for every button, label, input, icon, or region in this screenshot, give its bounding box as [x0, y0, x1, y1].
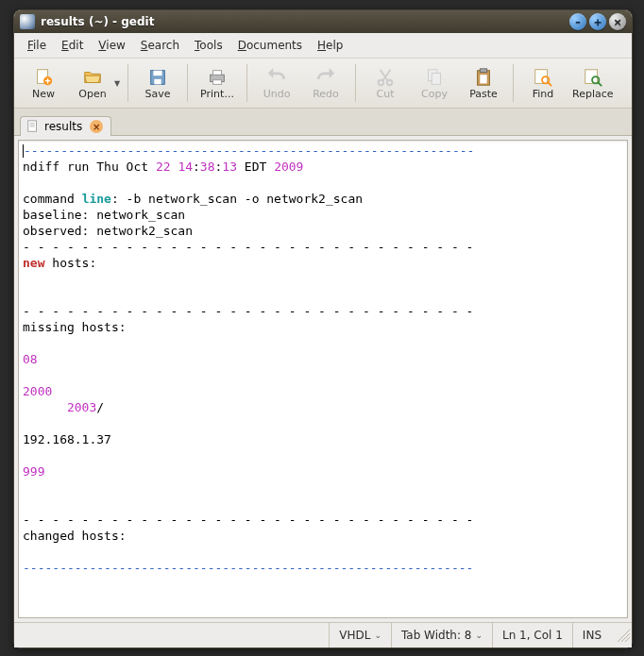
toolbar-separator	[355, 64, 356, 102]
tab-label: results	[44, 120, 82, 133]
toolbar: New Open ▼ Save Print... Undo Redo	[14, 59, 632, 109]
document-tab[interactable]: results ×	[20, 116, 111, 136]
text: changed hosts:	[23, 529, 127, 543]
cut-icon	[375, 67, 396, 88]
menubar: File Edit View Search Tools Documents He…	[14, 33, 632, 59]
window: results (~) - gedit – + × File Edit View…	[13, 9, 633, 648]
svg-rect-3	[153, 70, 161, 76]
replace-icon	[583, 67, 603, 88]
text: 22	[156, 160, 171, 174]
text: baseline: network_scan	[23, 208, 185, 222]
redo-icon	[315, 67, 336, 88]
menu-tools[interactable]: Tools	[187, 35, 230, 56]
paste-button[interactable]: Paste	[460, 60, 507, 106]
new-file-icon	[33, 67, 54, 88]
svg-rect-11	[432, 73, 440, 84]
minimize-button[interactable]: –	[569, 13, 586, 30]
text: 2003	[67, 400, 96, 414]
toolbar-separator	[246, 64, 247, 102]
insert-mode[interactable]: INS	[572, 623, 611, 648]
print-icon	[207, 67, 228, 88]
copy-button[interactable]: Copy	[411, 60, 458, 106]
text: EDT	[237, 160, 274, 174]
cut-button[interactable]: Cut	[362, 60, 409, 106]
svg-rect-7	[212, 79, 221, 84]
find-icon	[533, 67, 553, 88]
svg-rect-14	[480, 75, 486, 83]
text: /	[96, 400, 104, 414]
text: 2000	[23, 384, 52, 398]
text: line	[82, 192, 111, 206]
find-button[interactable]: Find	[519, 60, 567, 106]
menu-help[interactable]: Help	[310, 35, 350, 56]
redo-button[interactable]: Redo	[302, 60, 349, 106]
language-selector[interactable]: VHDL⌄	[329, 623, 391, 648]
text: 192.168.1.37	[23, 432, 111, 446]
cursor-position: Ln 1, Col 1	[492, 623, 572, 648]
text: hosts:	[44, 256, 96, 270]
replace-button[interactable]: Replace	[568, 60, 618, 106]
text: : -b network_scan -o network2_scan	[111, 192, 363, 206]
gedit-app-icon	[20, 14, 35, 29]
maximize-button[interactable]: +	[589, 13, 606, 30]
text: 999	[23, 464, 44, 479]
toolbar-separator	[187, 64, 188, 102]
menu-documents[interactable]: Documents	[230, 35, 310, 56]
chevron-down-icon: ⌄	[374, 631, 381, 640]
menu-edit[interactable]: Edit	[54, 35, 91, 56]
statusbar: VHDL⌄ Tab Width: 8⌄ Ln 1, Col 1 INS	[14, 622, 632, 648]
text: - - - - - - - - - - - - - - - - - - - - …	[23, 240, 473, 254]
new-button[interactable]: New	[20, 60, 67, 106]
text: ----------------------------------------…	[24, 143, 474, 158]
window-title: results (~) - gedit	[41, 15, 567, 28]
titlebar[interactable]: results (~) - gedit – + ×	[14, 10, 632, 33]
tabwidth-selector[interactable]: Tab Width: 8⌄	[391, 623, 492, 648]
undo-icon	[266, 67, 287, 88]
tab-close-button[interactable]: ×	[90, 120, 103, 133]
menu-search[interactable]: Search	[133, 35, 187, 56]
close-button[interactable]: ×	[609, 13, 626, 30]
open-dropdown[interactable]: ▼	[114, 79, 122, 88]
text: missing hosts:	[23, 320, 127, 334]
text: command	[23, 192, 82, 206]
text: 2009	[274, 160, 303, 174]
text: - - - - - - - - - - - - - - - - - - - - …	[23, 513, 473, 527]
open-folder-icon	[82, 67, 103, 88]
text: observed: network2_scan	[23, 224, 193, 238]
text: - - - - - - - - - - - - - - - - - - - - …	[23, 304, 473, 318]
text: 14	[178, 160, 193, 174]
svg-rect-13	[480, 68, 486, 72]
menu-view[interactable]: View	[91, 35, 132, 56]
text: 38	[200, 160, 215, 174]
open-button[interactable]: Open	[69, 60, 116, 106]
svg-rect-4	[154, 78, 161, 84]
menu-file[interactable]: File	[20, 35, 54, 56]
save-icon	[147, 67, 168, 88]
text-editor[interactable]: ----------------------------------------…	[18, 140, 628, 618]
copy-icon	[424, 67, 445, 88]
undo-button[interactable]: Undo	[253, 60, 300, 106]
text: 08	[23, 352, 38, 366]
chevron-down-icon: ⌄	[475, 631, 483, 640]
svg-rect-6	[212, 70, 221, 75]
text: ----------------------------------------…	[23, 561, 473, 575]
toolbar-separator	[127, 64, 128, 102]
text: 13	[222, 160, 237, 174]
tabbar: results ×	[14, 109, 632, 136]
print-button[interactable]: Print...	[194, 60, 241, 106]
text: new	[23, 256, 44, 270]
document-icon	[26, 120, 40, 133]
paste-icon	[473, 67, 494, 88]
resize-grip[interactable]	[617, 629, 630, 642]
toolbar-separator	[513, 64, 514, 102]
save-button[interactable]: Save	[134, 60, 181, 106]
text: ndiff run Thu Oct	[23, 160, 156, 174]
